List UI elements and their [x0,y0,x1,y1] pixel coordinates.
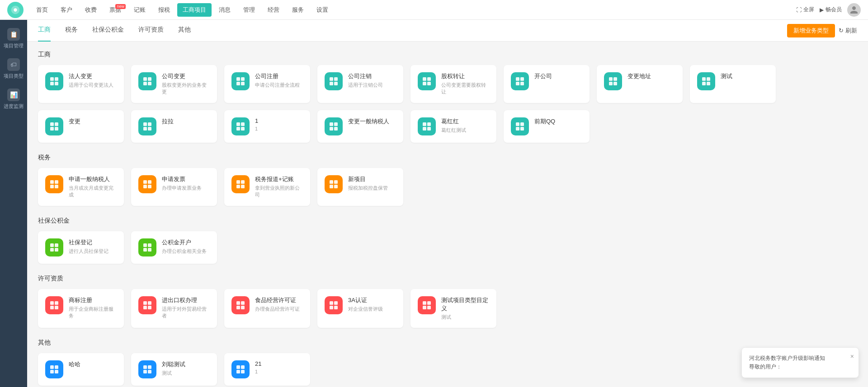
card-测试项目类型目定义[interactable]: 测试项目类型目定义测试 [410,289,496,328]
svg-rect-1 [55,77,58,81]
svg-rect-10 [236,82,240,85]
nav-item-收费[interactable]: 收费 [80,3,102,17]
svg-rect-18 [423,82,426,85]
card-公司变更[interactable]: 公司变更股权变更外的业务变更 [131,65,217,103]
card-申请一般纳税人[interactable]: 申请一般纳税人当月或次月成变更完成 [38,168,124,206]
app-logo[interactable] [7,2,24,18]
svg-rect-67 [241,185,245,188]
svg-rect-108 [236,365,240,369]
card-desc: 进行人员社保登记 [69,248,117,255]
svg-rect-80 [50,301,54,305]
card-21[interactable]: 211 [224,353,310,386]
nav-item-设置[interactable]: 设置 [311,3,334,17]
fullscreen-button[interactable]: ⛶ 全屏 [796,6,814,14]
add-type-button[interactable]: 新增业务类型 [787,24,835,37]
svg-rect-17 [427,77,431,81]
notification-close-button[interactable]: × [850,351,854,361]
card-拉拉[interactable]: 拉拉 [131,110,217,143]
card-变更一般纳税人[interactable]: 变更一般纳税人 [317,110,403,143]
card-股权转让[interactable]: 股权转让公司变更需要股权转让 [410,65,496,103]
card-desc: 适用于注销公司 [348,82,396,89]
card-刘聪测试[interactable]: 刘聪测试测试 [131,353,217,386]
card-申请发票[interactable]: 申请发票办理申请发票业务 [131,168,217,206]
card-info: 新项目报税加税控盘保管 [348,175,396,191]
svg-rect-7 [148,82,151,85]
svg-rect-5 [148,77,151,81]
nav-item-管理[interactable]: 管理 [238,3,260,17]
card-商标注册[interactable]: 商标注册用于企业商标注册服务 [38,289,124,328]
card-变更地址[interactable]: 变更地址 [597,65,683,103]
card-icon [138,360,156,378]
nav-item-服务[interactable]: 服务 [287,3,309,17]
svg-rect-79 [148,248,151,252]
card-测试[interactable]: 测试 [690,65,776,103]
sub-tab-社保公积金[interactable]: 社保公积金 [92,20,124,42]
card-info: 前期QQ [534,117,582,127]
card-新项目[interactable]: 新项目报税加税控盘保管 [317,168,403,206]
card-开公司[interactable]: 开公司 [504,65,590,103]
svg-rect-74 [50,248,54,252]
nav-item-记账[interactable]: 记账 [128,3,151,17]
notification-text: 河北税务数字账户升级影响通知 尊敬的用户： [749,354,851,371]
card-公积金开户[interactable]: 公积金开户办理公积金相关业务 [131,231,217,264]
card-info: 申请一般纳税人当月或次月成变更完成 [69,175,117,199]
card-前期QQ[interactable]: 前期QQ [504,110,590,143]
svg-rect-100 [50,365,54,369]
svg-rect-43 [241,127,245,131]
svg-rect-102 [50,370,54,373]
svg-rect-101 [55,365,58,369]
sub-tab-工商[interactable]: 工商 [38,20,51,42]
card-desc: 当月或次月成变更完成 [69,185,117,199]
vip-button[interactable]: ▶ 畅会员 [820,6,842,14]
svg-rect-71 [334,185,338,188]
svg-rect-47 [334,127,338,131]
sub-tab-actions: 新增业务类型 ↻ 刷新 [787,24,857,37]
content-area: 工商 法人变更适用于公司变更法人 公司变更股权变更外的业务变更 公司注册申请公司… [27,42,868,387]
card-3A认证[interactable]: 3A认证对企业信誉评级 [317,289,403,328]
sidebar-item-项目类型[interactable]: 🏷项目类型 [0,54,27,84]
card-icon [45,175,63,193]
sidebar-item-label: 项目管理 [4,42,24,49]
nav-item-工商项目[interactable]: 工商项目 [177,3,212,17]
card-税务报道+记账[interactable]: 税务报道+记账拿到营业执照的新公司 [224,168,310,206]
svg-rect-37 [148,122,151,126]
nav-item-票据[interactable]: 票据new [104,3,127,17]
nav-item-首页[interactable]: 首页 [31,3,53,17]
card-社保登记[interactable]: 社保登记进行人员社保登记 [38,231,124,264]
card-icon [511,72,529,90]
card-公司注销[interactable]: 公司注销适用于注销公司 [317,65,403,103]
card-info: 股权转让公司变更需要股权转让 [441,72,489,96]
nav-item-报税[interactable]: 报税 [153,3,175,17]
svg-rect-22 [516,82,519,85]
nav-item-客户[interactable]: 客户 [55,3,78,17]
card-info: 商标注册用于企业商标注册服务 [69,296,117,320]
svg-rect-77 [148,243,151,247]
sub-tab-税务[interactable]: 税务 [65,20,78,42]
svg-rect-103 [55,370,58,373]
refresh-button[interactable]: ↻ 刷新 [839,27,857,35]
section-title: 其他 [38,339,857,347]
card-info: 社保登记进行人员社保登记 [69,238,117,255]
sidebar-item-进度监测[interactable]: 📊进度监测 [0,84,27,114]
sidebar-item-项目管理[interactable]: 📋项目管理 [0,23,27,54]
card-进出口权办理[interactable]: 进出口权办理适用于对外贸易经营者 [131,289,217,328]
card-desc: 测试 [162,370,210,377]
svg-rect-38 [143,127,147,131]
nav-item-经营[interactable]: 经营 [262,3,285,17]
card-食品经营许可证[interactable]: 食品经营许可证办理食品经营许可证 [224,289,310,328]
card-公司注册[interactable]: 公司注册申请公司注册全流程 [224,65,310,103]
svg-rect-30 [702,82,706,85]
card-哈哈[interactable]: 哈哈 [38,353,124,386]
card-法人变更[interactable]: 法人变更适用于公司变更法人 [38,65,124,103]
svg-rect-91 [241,306,245,309]
sub-tab-许可资质[interactable]: 许可资质 [138,20,164,42]
svg-rect-27 [613,82,617,85]
card-1[interactable]: 11 [224,110,310,143]
card-icon [45,72,63,90]
nav-item-消息[interactable]: 消息 [213,3,236,17]
card-变更[interactable]: 变更 [38,110,124,143]
svg-rect-2 [50,82,54,85]
sub-tab-其他[interactable]: 其他 [178,20,191,42]
user-avatar[interactable] [847,3,861,17]
card-葛红红[interactable]: 葛红红葛红红测试 [410,110,496,143]
